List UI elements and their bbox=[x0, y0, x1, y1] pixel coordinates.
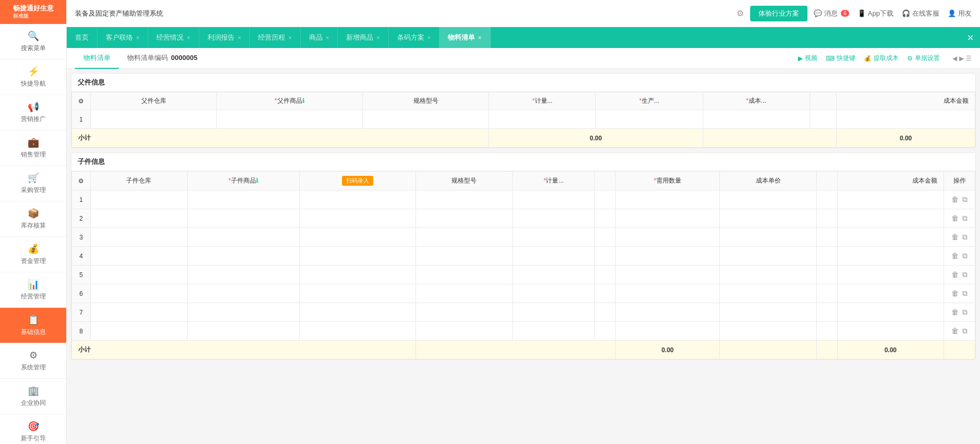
cost-action[interactable]: 💰 提取成本 bbox=[864, 54, 899, 63]
nav-tab-home[interactable]: 首页 bbox=[67, 27, 97, 48]
parent-product-1[interactable] bbox=[217, 110, 363, 129]
nav-tab-goods[interactable]: 商品× bbox=[301, 27, 338, 48]
child-unit-5[interactable] bbox=[512, 266, 595, 284]
child-unit-cost-1[interactable] bbox=[720, 190, 817, 209]
settings-icon[interactable]: ⚙ bbox=[737, 8, 744, 18]
child-qty-7[interactable] bbox=[615, 303, 719, 322]
child-spec-1[interactable] bbox=[415, 190, 512, 209]
delete-icon-8[interactable]: 🗑 bbox=[951, 327, 959, 335]
message-item[interactable]: 💬 消息 6 bbox=[814, 9, 849, 18]
nav-tab-history[interactable]: 经营历程× bbox=[250, 27, 300, 48]
child-warehouse-6[interactable] bbox=[91, 284, 188, 303]
sidebar-item-system[interactable]: ⚙系统管理 bbox=[0, 343, 66, 379]
child-unit-8[interactable] bbox=[512, 322, 595, 341]
child-qty-1[interactable] bbox=[615, 190, 719, 209]
delete-icon-7[interactable]: 🗑 bbox=[951, 308, 959, 316]
child-qty-2[interactable] bbox=[615, 209, 719, 228]
child-qty-5[interactable] bbox=[615, 266, 719, 284]
child-spec-8[interactable] bbox=[415, 322, 512, 341]
doc-settings-action[interactable]: ⚙ 单据设置 bbox=[907, 54, 940, 63]
child-spec-4[interactable] bbox=[415, 247, 512, 266]
tab-bom-code[interactable]: 物料清单编码 0000005 bbox=[119, 48, 206, 69]
copy-icon-2[interactable]: ⧉ bbox=[962, 214, 967, 222]
nav-tab-profit[interactable]: 利润报告× bbox=[199, 27, 250, 48]
delete-icon-4[interactable]: 🗑 bbox=[951, 251, 959, 260]
child-unit-4[interactable] bbox=[512, 247, 595, 266]
parent-unit-1[interactable] bbox=[489, 110, 596, 129]
child-product-6[interactable] bbox=[187, 284, 299, 303]
parent-production-1[interactable] bbox=[596, 110, 703, 129]
sidebar-item-quick_nav[interactable]: ⚡快捷导航 bbox=[0, 59, 66, 95]
user-item[interactable]: 👤 用友 bbox=[948, 9, 972, 18]
close-all-tabs[interactable]: ✕ bbox=[961, 33, 980, 43]
close-tab-history[interactable]: × bbox=[288, 34, 291, 41]
close-tab-new_goods[interactable]: × bbox=[376, 34, 379, 41]
sidebar-item-enterprise[interactable]: 🏢企业协同 bbox=[0, 379, 66, 414]
online-service-item[interactable]: 🎧 在线客服 bbox=[902, 9, 939, 18]
close-tab-profit[interactable]: × bbox=[238, 34, 241, 41]
delete-icon-6[interactable]: 🗑 bbox=[951, 289, 959, 297]
child-unit-cost-3[interactable] bbox=[720, 228, 817, 247]
child-unit-7[interactable] bbox=[512, 303, 595, 322]
nav-tab-barcode[interactable]: 条码方案× bbox=[389, 27, 439, 48]
sidebar-item-sales[interactable]: 💼销售管理 bbox=[0, 130, 66, 166]
child-product-3[interactable] bbox=[187, 228, 299, 247]
child-unit-cost-7[interactable] bbox=[720, 303, 817, 322]
sidebar-item-guide[interactable]: 🎯新手引导 bbox=[0, 414, 66, 444]
sidebar-item-basic_info[interactable]: 📋基础信息 bbox=[0, 308, 66, 343]
app-download-item[interactable]: 📱 App下载 bbox=[858, 9, 893, 18]
child-spec-2[interactable] bbox=[415, 209, 512, 228]
copy-icon-5[interactable]: ⧉ bbox=[962, 270, 967, 279]
child-unit-cost-2[interactable] bbox=[720, 209, 817, 228]
next-page-btn[interactable]: ▶ bbox=[959, 55, 964, 62]
child-warehouse-5[interactable] bbox=[91, 266, 188, 284]
child-spec-6[interactable] bbox=[415, 284, 512, 303]
child-product-5[interactable] bbox=[187, 266, 299, 284]
prev-page-btn[interactable]: ◀ bbox=[952, 55, 957, 62]
child-warehouse-3[interactable] bbox=[91, 228, 188, 247]
sidebar-item-search[interactable]: 🔍搜索菜单 bbox=[0, 24, 66, 59]
sidebar-item-purchase[interactable]: 🛒采购管理 bbox=[0, 166, 66, 201]
child-qty-8[interactable] bbox=[615, 322, 719, 341]
child-unit-6[interactable] bbox=[512, 284, 595, 303]
child-warehouse-4[interactable] bbox=[91, 247, 188, 266]
sidebar-item-finance[interactable]: 💰资金管理 bbox=[0, 237, 66, 272]
nav-tab-customer[interactable]: 客户联络× bbox=[97, 27, 148, 48]
parent-cost-1[interactable] bbox=[703, 110, 810, 129]
parent-col-settings[interactable]: ⚙ bbox=[72, 92, 91, 110]
child-spec-5[interactable] bbox=[415, 266, 512, 284]
child-unit-1[interactable] bbox=[512, 190, 595, 209]
child-unit-cost-5[interactable] bbox=[720, 266, 817, 284]
child-spec-7[interactable] bbox=[415, 303, 512, 322]
child-product-8[interactable] bbox=[187, 322, 299, 341]
copy-icon-4[interactable]: ⧉ bbox=[962, 251, 967, 260]
child-warehouse-7[interactable] bbox=[91, 303, 188, 322]
scan-button[interactable]: 扫码录入 bbox=[342, 176, 373, 186]
child-warehouse-8[interactable] bbox=[91, 322, 188, 341]
close-tab-customer[interactable]: × bbox=[136, 34, 139, 41]
shortcuts-action[interactable]: ⌨ 快捷键 bbox=[826, 54, 855, 63]
child-product-1[interactable] bbox=[187, 190, 299, 209]
sidebar-item-operations[interactable]: 📊经营管理 bbox=[0, 272, 66, 308]
nav-tab-new_goods[interactable]: 新增商品× bbox=[338, 27, 388, 48]
close-tab-goods[interactable]: × bbox=[326, 34, 329, 41]
parent-warehouse-1[interactable] bbox=[91, 110, 217, 129]
tab-bom-list[interactable]: 物料清单 bbox=[75, 48, 119, 69]
close-tab-bom[interactable]: × bbox=[478, 34, 481, 41]
child-qty-6[interactable] bbox=[615, 284, 719, 303]
nav-tab-bom[interactable]: 物料清单× bbox=[439, 27, 490, 48]
copy-icon-6[interactable]: ⧉ bbox=[962, 289, 967, 297]
nav-tab-operation[interactable]: 经营情况× bbox=[148, 27, 199, 48]
copy-icon-8[interactable]: ⧉ bbox=[962, 327, 967, 335]
delete-icon-5[interactable]: 🗑 bbox=[951, 270, 959, 279]
delete-icon-1[interactable]: 🗑 bbox=[951, 195, 959, 203]
child-unit-2[interactable] bbox=[512, 209, 595, 228]
video-action[interactable]: ▶ 视频 bbox=[798, 54, 817, 63]
child-product-2[interactable] bbox=[187, 209, 299, 228]
child-qty-4[interactable] bbox=[615, 247, 719, 266]
child-qty-3[interactable] bbox=[615, 228, 719, 247]
delete-icon-2[interactable]: 🗑 bbox=[951, 214, 959, 222]
child-spec-3[interactable] bbox=[415, 228, 512, 247]
sidebar-item-inventory[interactable]: 📦库存核算 bbox=[0, 201, 66, 237]
child-col-settings[interactable]: ⚙ bbox=[72, 172, 91, 190]
